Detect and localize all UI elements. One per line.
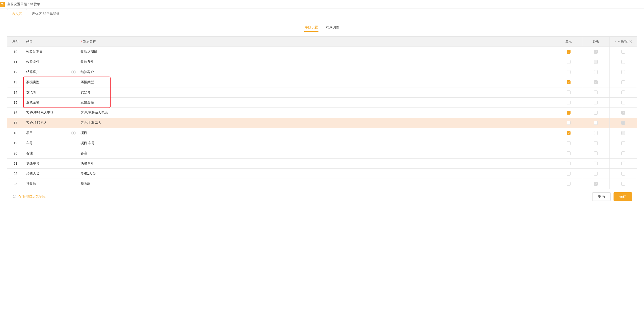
table-row[interactable]: 11收款条件收款条件 [7,57,637,67]
cell-display-name[interactable]: 客户.主联系人电话 [78,108,555,118]
cell-seq: 21 [7,158,24,169]
checkbox[interactable] [621,162,625,166]
cell-show [555,138,582,148]
checkbox[interactable] [567,50,570,54]
cell-display-name[interactable]: 发票金额 [78,98,555,108]
cell-seq: 18 [7,128,24,138]
cell-readonly [610,118,637,128]
cell-readonly [610,108,637,118]
checkbox[interactable] [567,111,570,114]
collapse-panel-button[interactable] [0,2,5,6]
cell-display-name[interactable]: 收款到期日 [78,47,555,57]
add-icon[interactable]: + [71,131,76,135]
cell-display-name[interactable]: 快递单号 [78,158,555,169]
checkbox[interactable] [621,60,625,64]
table-row[interactable]: 16客户.主联系人电话客户.主联系人电话 [7,108,637,118]
cell-show [555,67,582,77]
cell-display-name[interactable]: 预收款 [78,179,555,189]
checkbox[interactable] [594,101,598,104]
col-header-required: 必录 [582,36,610,47]
sub-tab[interactable]: 布局调整 [326,24,340,32]
cell-required [582,128,610,138]
cell-display-name[interactable]: 结算客户 [78,67,555,77]
checkbox[interactable] [621,50,625,54]
cell-readonly [610,47,637,57]
checkbox[interactable] [567,90,570,94]
cell-seq: 19 [7,138,24,148]
add-icon[interactable]: + [71,70,76,74]
checkbox[interactable] [567,162,570,166]
cell-name: 收款条件 [24,57,78,67]
cell-display-name[interactable]: 项目 [78,128,555,138]
checkbox[interactable] [567,70,570,74]
area-tab[interactable]: 表体区-销货单明细 [27,9,64,19]
checkbox[interactable] [621,172,625,176]
chevron-double-right-icon [1,3,4,6]
help-icon[interactable]: ? [629,40,632,43]
table-row[interactable]: 17客户.主联系人客户.主联系人 [7,118,637,128]
header-doc-name: 销货单 [30,2,40,6]
checkbox[interactable] [567,172,570,176]
area-tab[interactable]: 表头区 [7,9,27,19]
cell-seq: 22 [7,169,24,179]
cell-display-name[interactable]: 客户.主联系人 [78,118,555,128]
checkbox[interactable] [621,141,625,145]
table-row[interactable]: 13票据类型票据类型 [7,77,637,88]
checkbox[interactable] [567,60,570,64]
checkbox[interactable] [594,131,598,135]
cell-required [582,88,610,98]
gear-icon [18,195,22,198]
checkbox[interactable] [567,101,570,104]
table-row[interactable]: 21快递单号快递单号 [7,158,637,169]
cell-name: 备注 [24,148,78,158]
table-row[interactable]: 19车号项目.车号 [7,138,637,148]
table-row[interactable]: 15发票金额发票金额 [7,98,637,108]
checkbox[interactable] [621,152,625,155]
sub-tab[interactable]: 字段设置 [304,24,318,32]
cell-display-name[interactable]: 步骤1人员 [78,169,555,179]
table-row[interactable]: 23预收款预收款 [7,179,637,189]
table-row[interactable]: 12结算客户+结算客户 [7,67,637,77]
checkbox[interactable] [594,111,598,114]
manage-custom-fields-link[interactable]: 管理自定义字段 [18,194,46,199]
checkbox[interactable] [567,131,570,135]
checkbox[interactable] [621,101,625,104]
checkbox[interactable] [594,121,598,125]
cancel-button[interactable]: 取消 [592,192,611,201]
table-row[interactable]: 18项目+项目 [7,128,637,138]
checkbox[interactable] [567,80,570,84]
checkbox[interactable] [594,141,598,145]
checkbox[interactable] [594,90,598,94]
checkbox[interactable] [594,162,598,166]
checkbox[interactable] [621,90,625,94]
cell-required [582,57,610,67]
checkbox[interactable] [567,141,570,145]
table-row[interactable]: 10收款到期日收款到期日 [7,47,637,57]
checkbox[interactable] [621,70,625,74]
cell-display-name[interactable]: 票据类型 [78,77,555,88]
checkbox[interactable] [594,152,598,155]
cell-readonly [610,67,637,77]
table-row[interactable]: 22步骤人员步骤1人员 [7,169,637,179]
checkbox[interactable] [594,70,598,74]
checkbox [594,50,598,54]
cell-required [582,67,610,77]
cell-display-name[interactable]: 项目.车号 [78,138,555,148]
checkbox[interactable] [567,152,570,155]
cell-display-name[interactable]: 收款条件 [78,57,555,67]
help-icon[interactable]: ? [13,195,16,198]
checkbox[interactable] [621,80,625,84]
checkbox[interactable] [567,182,570,186]
save-button[interactable]: 保存 [614,192,632,201]
checkbox[interactable] [567,121,570,125]
table-body: 10收款到期日收款到期日11收款条件收款条件12结算客户+结算客户13票据类型票… [7,47,637,189]
cell-name: 快递单号 [24,158,78,169]
cell-display-name[interactable]: 发票号 [78,88,555,98]
cell-display-name[interactable]: 备注 [78,148,555,158]
table-row[interactable]: 14发票号发票号 [7,88,637,98]
col-header-seq: 序号 [7,36,24,47]
table-row[interactable]: 20备注备注 [7,148,637,158]
checkbox[interactable] [594,172,598,176]
checkbox[interactable] [621,182,625,186]
cell-seq: 11 [7,57,24,67]
